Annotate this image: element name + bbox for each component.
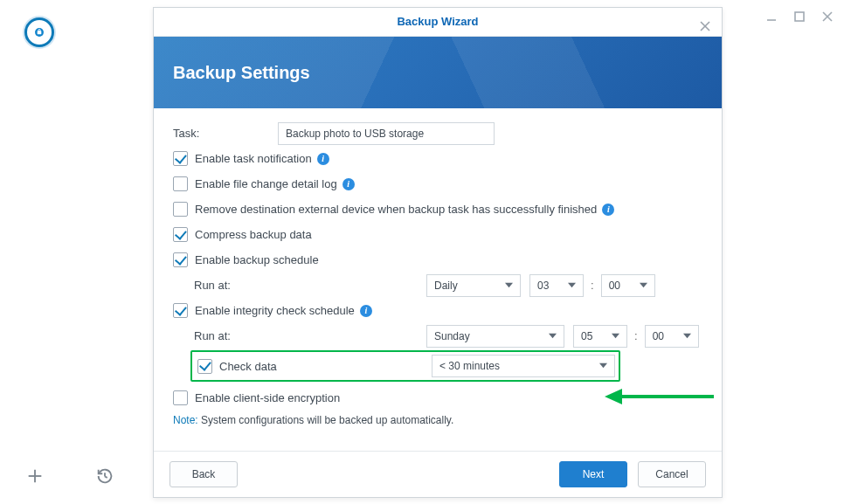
schedule-minute-select[interactable]: 00 bbox=[601, 274, 655, 297]
enable-integrity-label: Enable integrity check schedule bbox=[195, 304, 355, 317]
client-encrypt-label: Enable client-side encryption bbox=[195, 391, 340, 404]
schedule-run-at-label: Run at: bbox=[194, 279, 426, 292]
chevron-down-icon bbox=[683, 330, 691, 342]
svg-marker-18 bbox=[683, 333, 691, 337]
app-logo-icon bbox=[24, 17, 54, 47]
svg-marker-14 bbox=[568, 282, 576, 287]
note-text: System configurations will be backed up … bbox=[198, 414, 454, 426]
svg-line-10 bbox=[105, 476, 107, 477]
chevron-down-icon bbox=[549, 330, 557, 342]
integrity-day-select[interactable]: Sunday bbox=[426, 325, 564, 348]
check-data-highlight: Check data < 30 minutes bbox=[190, 350, 620, 382]
remove-device-checkbox[interactable] bbox=[173, 202, 188, 217]
dialog-title: Backup Wizard bbox=[397, 15, 478, 28]
dialog-body: Task: Enable task notification i Enable … bbox=[154, 108, 722, 451]
enable-notification-checkbox[interactable] bbox=[173, 151, 188, 166]
note-label: Note: bbox=[173, 414, 198, 426]
info-icon[interactable]: i bbox=[360, 305, 372, 317]
chevron-down-icon bbox=[612, 330, 619, 342]
add-button[interactable] bbox=[25, 466, 45, 488]
compress-label: Compress backup data bbox=[195, 228, 312, 241]
enable-filelog-checkbox[interactable] bbox=[173, 176, 188, 191]
left-rail bbox=[0, 0, 140, 504]
info-icon[interactable]: i bbox=[342, 178, 355, 190]
remove-device-label: Remove destination external device when … bbox=[195, 203, 597, 216]
svg-rect-1 bbox=[795, 12, 804, 21]
task-label: Task: bbox=[173, 127, 278, 140]
schedule-hour-select[interactable]: 03 bbox=[529, 274, 584, 297]
note-line: Note: System configurations will be back… bbox=[173, 414, 702, 426]
chevron-down-icon bbox=[640, 280, 647, 292]
integrity-hour-select[interactable]: 05 bbox=[573, 325, 627, 348]
svg-marker-16 bbox=[549, 333, 557, 337]
check-data-checkbox[interactable] bbox=[197, 359, 212, 374]
os-close-icon[interactable] bbox=[821, 10, 834, 25]
cancel-button[interactable]: Cancel bbox=[638, 461, 706, 487]
info-icon[interactable]: i bbox=[317, 153, 329, 165]
history-button[interactable] bbox=[95, 466, 114, 488]
enable-schedule-checkbox[interactable] bbox=[173, 252, 188, 267]
next-button[interactable]: Next bbox=[559, 461, 627, 487]
os-window-controls bbox=[765, 10, 834, 25]
back-button[interactable]: Back bbox=[170, 461, 238, 487]
svg-marker-13 bbox=[505, 282, 513, 287]
task-name-input[interactable] bbox=[278, 122, 495, 145]
chevron-down-icon bbox=[599, 360, 607, 372]
svg-marker-15 bbox=[640, 282, 647, 287]
enable-notification-label: Enable task notification bbox=[195, 152, 312, 165]
compress-checkbox[interactable] bbox=[173, 227, 188, 242]
enable-schedule-label: Enable backup schedule bbox=[195, 253, 319, 266]
dialog-close-button[interactable] bbox=[699, 15, 711, 43]
time-colon: : bbox=[634, 329, 638, 342]
enable-filelog-label: Enable file change detail log bbox=[195, 177, 337, 190]
check-data-duration-select[interactable]: < 30 minutes bbox=[432, 355, 615, 377]
integrity-minute-select[interactable]: 00 bbox=[645, 325, 699, 348]
dialog-footer: Back Next Cancel bbox=[154, 451, 722, 497]
hero-title: Backup Settings bbox=[173, 63, 310, 83]
dialog-titlebar: Backup Wizard bbox=[154, 8, 722, 37]
enable-integrity-checkbox[interactable] bbox=[173, 303, 188, 318]
os-maximize-icon[interactable] bbox=[793, 10, 806, 25]
time-colon: : bbox=[591, 279, 594, 292]
info-icon[interactable]: i bbox=[602, 204, 614, 216]
check-data-label: Check data bbox=[219, 360, 277, 373]
dialog-hero: Backup Settings bbox=[154, 37, 722, 108]
chevron-down-icon bbox=[568, 280, 576, 292]
integrity-run-at-label: Run at: bbox=[194, 329, 426, 342]
backup-wizard-dialog: Backup Wizard Backup Settings Task: Enab… bbox=[153, 7, 723, 498]
os-minimize-icon[interactable] bbox=[765, 10, 778, 25]
svg-marker-19 bbox=[599, 363, 607, 368]
svg-marker-17 bbox=[612, 333, 619, 337]
chevron-down-icon bbox=[505, 280, 513, 292]
client-encrypt-checkbox[interactable] bbox=[173, 390, 188, 405]
schedule-frequency-select[interactable]: Daily bbox=[426, 274, 521, 297]
